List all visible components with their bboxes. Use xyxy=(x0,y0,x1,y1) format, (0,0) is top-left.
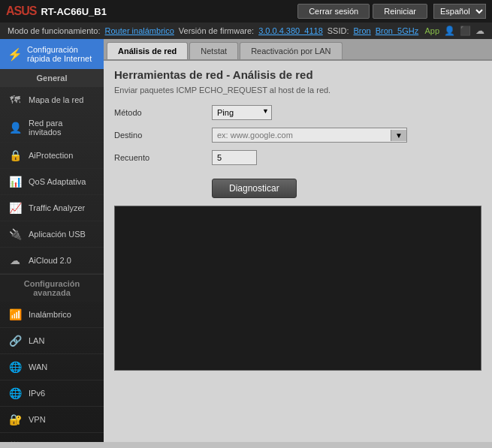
sidebar-label-qos: QoS Adaptativa xyxy=(29,177,86,186)
info-bar: Modo de funcionamiento: Router inalámbri… xyxy=(0,23,492,39)
tab-reactivacion[interactable]: Reactivación por LAN xyxy=(240,42,342,59)
cloud-icon: ☁ xyxy=(475,26,484,36)
method-select-wrapper: Ping Traceroute NS Lookup xyxy=(212,105,272,120)
panel-title: Herramientas de red - Análisis de red xyxy=(114,68,481,81)
sidebar-item-usb[interactable]: 🔌 Aplicación USB xyxy=(0,221,104,248)
main-layout: ⚡ Configuraciónrápida de Internet Genera… xyxy=(0,39,492,442)
count-row: Recuento xyxy=(114,150,481,165)
sidebar-item-wan[interactable]: 🌐 WAN xyxy=(0,354,104,380)
main-panel: Herramientas de red - Análisis de red En… xyxy=(104,59,492,442)
method-label: Método xyxy=(114,108,212,117)
sidebar-item-firewall[interactable]: 🛡 Firewall xyxy=(0,433,104,442)
sidebar-item-qos[interactable]: 📊 QoS Adaptativa xyxy=(0,169,104,195)
sidebar-item-mapa-red[interactable]: 🗺 Mapa de la red xyxy=(0,87,104,113)
sidebar-label-aicloud: AiCloud 2.0 xyxy=(29,256,71,265)
reiniciar-button[interactable]: Reiniciar xyxy=(373,4,427,19)
count-control xyxy=(212,150,481,165)
tab-netstat[interactable]: Netstat xyxy=(189,42,238,59)
sidebar-item-red-invitados[interactable]: 👤 Red parainvitados xyxy=(0,113,104,143)
count-input[interactable] xyxy=(212,150,257,165)
tab-bar: Análisis de red Netstat Reactivación por… xyxy=(104,39,492,59)
modo-label: Modo de funcionamiento: xyxy=(8,26,101,35)
sidebar-label-ipv6: IPv6 xyxy=(29,389,45,398)
count-label: Recuento xyxy=(114,153,212,162)
sidebar-item-inalambrico[interactable]: 📶 Inalámbrico xyxy=(0,302,104,328)
firmware-version[interactable]: 3.0.0.4.380_4118 xyxy=(258,26,323,35)
diagnosticar-button[interactable]: Diagnosticar xyxy=(212,179,297,198)
diag-btn-row: Diagnosticar xyxy=(114,173,481,206)
dest-dropdown-arrow[interactable]: ▼ xyxy=(391,130,406,141)
firewall-icon: 🛡 xyxy=(8,438,23,442)
sidebar-label-traffic: Traffic Analyzer xyxy=(29,203,85,212)
top-buttons: Cerrar sesión Reiniciar xyxy=(297,4,427,19)
sidebar-quick-internet[interactable]: ⚡ Configuraciónrápida de Internet xyxy=(0,39,104,69)
top-bar: ASUS RT-AC66U_B1 Cerrar sesión Reiniciar… xyxy=(0,0,492,23)
sidebar-item-aicloud[interactable]: ☁ AiCloud 2.0 xyxy=(0,248,104,274)
vpn-icon: 🔐 xyxy=(8,412,23,427)
sidebar-label-inalambrico: Inalámbrico xyxy=(29,310,71,319)
lang-select[interactable]: Español xyxy=(433,4,486,19)
traffic-icon: 📈 xyxy=(8,200,23,215)
sidebar-item-lan[interactable]: 🔗 LAN xyxy=(0,328,104,354)
wifi-icon: 📶 xyxy=(8,307,23,322)
user-icon: 👤 xyxy=(444,26,455,36)
modo-value[interactable]: Router inalámbrico xyxy=(105,26,174,35)
wan-icon: 🌐 xyxy=(8,359,23,374)
method-control: Ping Traceroute NS Lookup xyxy=(212,105,481,120)
dest-control: ▼ xyxy=(212,128,481,143)
quick-icon: ⚡ xyxy=(8,47,23,62)
ipv6-icon: 🌐 xyxy=(8,386,23,401)
sidebar-label-usb: Aplicación USB xyxy=(29,230,86,239)
ssid-5g[interactable]: Bron_5GHz xyxy=(376,26,418,35)
aicloud-icon: ☁ xyxy=(8,253,23,268)
sidebar-label-vpn: VPN xyxy=(29,415,46,424)
dest-input[interactable] xyxy=(213,128,391,142)
ssid-2g[interactable]: Bron xyxy=(354,26,371,35)
dest-label: Destino xyxy=(114,131,212,140)
dest-input-wrapper: ▼ xyxy=(212,128,407,143)
lock-icon: 🔒 xyxy=(8,148,23,163)
sidebar-label-aiprotection: AiProtection xyxy=(29,151,73,160)
sidebar-item-ipv6[interactable]: 🌐 IPv6 xyxy=(0,380,104,407)
cerrar-sesion-button[interactable]: Cerrar sesión xyxy=(297,4,370,19)
lan-icon: 🔗 xyxy=(8,333,23,348)
tab-analisis-red[interactable]: Análisis de red xyxy=(107,42,188,59)
sidebar-label-mapa-red: Mapa de la red xyxy=(29,95,83,104)
sidebar-item-vpn[interactable]: 🔐 VPN xyxy=(0,407,104,433)
advanced-section-title: Configuración avanzada xyxy=(0,274,104,302)
dest-row: Destino ▼ xyxy=(114,128,481,143)
version-label: Versión de firmware: xyxy=(179,26,254,35)
usb-app-icon: 🔌 xyxy=(8,227,23,242)
content-area: Análisis de red Netstat Reactivación por… xyxy=(104,39,492,442)
sidebar-label-firewall: Firewall xyxy=(29,441,57,442)
sidebar-item-aiprotection[interactable]: 🔒 AiProtection xyxy=(0,143,104,169)
sidebar-item-traffic[interactable]: 📈 Traffic Analyzer xyxy=(0,195,104,221)
asus-logo: ASUS xyxy=(6,5,36,18)
sidebar-label-lan: LAN xyxy=(29,336,44,345)
general-section-title: General xyxy=(0,69,104,87)
sidebar-label-wan: WAN xyxy=(29,362,47,371)
sidebar: ⚡ Configuraciónrápida de Internet Genera… xyxy=(0,39,104,442)
method-select[interactable]: Ping Traceroute NS Lookup xyxy=(212,105,272,120)
method-row: Método Ping Traceroute NS Lookup xyxy=(114,105,481,120)
sidebar-label-red-invitados: Red parainvitados xyxy=(29,119,62,137)
panel-subtitle: Enviar paquetes ICMP ECHO_REQUEST al hos… xyxy=(114,86,481,95)
app-label: App xyxy=(424,26,439,35)
output-box-wrapper xyxy=(114,206,481,373)
output-textarea[interactable] xyxy=(114,206,481,371)
info-icons: App 👤 ⬛ ☁ xyxy=(424,26,484,36)
router-model: RT-AC66U_B1 xyxy=(41,6,297,17)
ssid-label: SSID: xyxy=(327,26,349,35)
quick-label: Configuraciónrápida de Internet xyxy=(27,45,92,63)
guest-icon: 👤 xyxy=(8,120,23,135)
map-icon: 🗺 xyxy=(8,92,23,107)
qos-icon: 📊 xyxy=(8,174,23,189)
usb-icon: ⬛ xyxy=(460,26,471,36)
